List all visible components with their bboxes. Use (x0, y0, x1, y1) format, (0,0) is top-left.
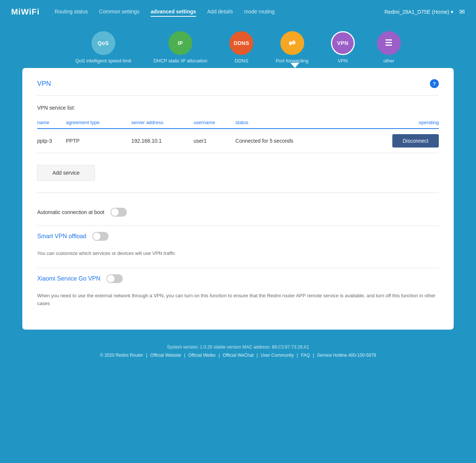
row-name: pptp-3 (37, 129, 66, 153)
content-card: VPN ? VPN service list: name agreement t… (22, 68, 454, 330)
footer-links: © 2020 Redmi Router | Official Website |… (0, 353, 476, 358)
xiaomi-vpn-section: Xiaomi Service Go VPN When you need to u… (37, 268, 439, 315)
footer: System version: 1.0.26 stable version MA… (0, 337, 476, 362)
ddns-circle: DDNS (229, 31, 253, 55)
smart-vpn-toggle[interactable] (92, 232, 109, 241)
col-operating: operating (348, 117, 439, 129)
icon-ip[interactable]: IP DHCP static IP allocation (154, 31, 208, 64)
col-server: server address (131, 117, 193, 129)
help-icon[interactable]: ? (430, 79, 439, 88)
mail-icon[interactable]: ✉ (459, 8, 465, 16)
smart-vpn-desc: You can customize which services or devi… (37, 247, 439, 265)
section-header: VPN ? (37, 79, 439, 96)
row-agreement: PPTP (66, 129, 131, 153)
qos-label: QoS intelligent speed limit (75, 58, 131, 64)
footer-official-weibo[interactable]: Official Weibo (188, 353, 216, 358)
xiaomi-vpn-desc: When you need to use the external networ… (37, 289, 439, 315)
row-operating: Disconnect (348, 129, 439, 153)
footer-system-version: System version: 1.0.26 stable version MA… (0, 344, 476, 350)
add-service-button[interactable]: Add service (37, 165, 95, 181)
footer-copyright: © 2020 Redmi Router (100, 353, 143, 358)
icon-grid: QoS QoS intelligent speed limit IP DHCP … (0, 24, 476, 64)
footer-hotline: Service Hotline 400-100-5678 (317, 353, 376, 358)
main-nav: Routing status Common settings advanced … (55, 7, 373, 17)
portfwd-circle: ⇌ (280, 31, 304, 55)
col-agreement: agreement type (66, 117, 131, 129)
vpn-label: VPN (338, 58, 348, 64)
smart-vpn-title: Smart VPN offload (37, 233, 86, 240)
nav-routing-status[interactable]: Routing status (55, 7, 88, 17)
vpn-circle: VPN (331, 31, 355, 55)
icon-portfwd[interactable]: ⇌ Port forwarding (276, 31, 308, 64)
xiaomi-vpn-header: Xiaomi Service Go VPN (37, 268, 439, 289)
smart-vpn-slider (92, 232, 109, 241)
xiaomi-vpn-toggle[interactable] (106, 274, 123, 283)
col-name: name (37, 117, 66, 129)
icon-grid-wrapper: QoS QoS intelligent speed limit IP DHCP … (0, 24, 476, 68)
auto-connect-toggle[interactable] (110, 208, 127, 217)
smart-vpn-section: Smart VPN offload You can customize whic… (37, 226, 439, 265)
icon-ddns[interactable]: DDNS DDNS (229, 31, 253, 64)
footer-faq[interactable]: FAQ (301, 353, 310, 358)
ip-circle: IP (168, 31, 192, 55)
router-name[interactable]: Redmi_28A1_D75E (Home) ▾ (385, 9, 453, 15)
xiaomi-vpn-slider (106, 274, 123, 283)
vpn-pointer (290, 63, 299, 68)
vpn-table: name agreement type server address usern… (37, 117, 439, 153)
nav-advanced-settings[interactable]: advanced settings (151, 7, 196, 17)
smart-vpn-header: Smart VPN offload (37, 226, 439, 247)
nav-add-details[interactable]: Add details (207, 7, 233, 17)
icon-other[interactable]: ☰ other (377, 31, 401, 64)
header-right: Redmi_28A1_D75E (Home) ▾ ✉ (385, 8, 465, 16)
row-server: 192.168.10.1 (131, 129, 193, 153)
other-label: other (383, 58, 395, 64)
auto-connect-label: Automatic connection at boot (37, 209, 104, 215)
nav-mode-routing[interactable]: mode routing (244, 7, 275, 17)
vpn-title: VPN (37, 80, 51, 88)
ip-label: DHCP static IP allocation (154, 58, 208, 64)
footer-official-website[interactable]: Official Website (150, 353, 181, 358)
nav-common-settings[interactable]: Common settings (99, 7, 139, 17)
row-username: user1 (194, 129, 236, 153)
table-row: pptp-3 PPTP 192.168.10.1 user1 Connected… (37, 129, 439, 153)
disconnect-button[interactable]: Disconnect (392, 134, 439, 148)
other-circle: ☰ (377, 31, 401, 55)
col-username: username (194, 117, 236, 129)
footer-user-community[interactable]: User Community (261, 353, 294, 358)
qos-circle: QoS (91, 31, 115, 55)
service-list-label: VPN service list: (37, 105, 439, 111)
ddns-label: DDNS (235, 58, 248, 64)
divider-1 (37, 192, 439, 193)
auto-connect-row: Automatic connection at boot (37, 202, 439, 223)
xiaomi-vpn-title: Xiaomi Service Go VPN (37, 275, 100, 282)
logo: MiWiFi (11, 7, 40, 17)
main-content: VPN ? VPN service list: name agreement t… (0, 68, 476, 337)
icon-vpn[interactable]: VPN VPN (331, 31, 355, 64)
auto-connect-slider (110, 208, 127, 217)
header: MiWiFi Routing status Common settings ad… (0, 0, 476, 24)
col-status: status (235, 117, 348, 129)
footer-official-wechat[interactable]: Official WeChat (223, 353, 254, 358)
icon-qos[interactable]: QoS QoS intelligent speed limit (75, 31, 131, 64)
row-status: Connected for 5 seconds (235, 129, 348, 153)
